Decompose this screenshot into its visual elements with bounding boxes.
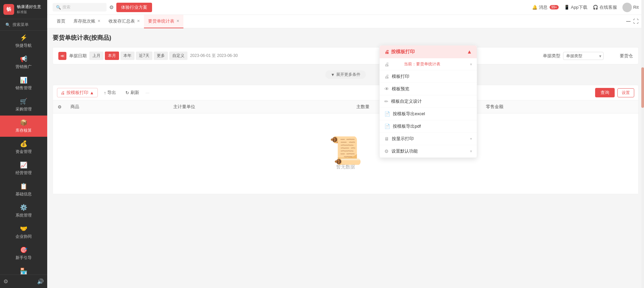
template-pdf-icon: 📄 <box>384 124 390 129</box>
sidebar-item-guide[interactable]: 🎯 新手引导 <box>0 243 47 264</box>
th-goods: 商品 <box>66 100 169 114</box>
topbar-gear-icon[interactable]: ⚙ <box>109 4 114 10</box>
display-print-arrow: ▾ <box>470 136 472 141</box>
sidebar-item-appstore[interactable]: 🏪 应用中心 <box>0 264 47 275</box>
dropdown-current-template[interactable]: 🖨 当前：要货单统计表 ▾ <box>380 58 477 70</box>
online-service-item[interactable]: 🎧 在线客服 <box>593 4 617 10</box>
empty-illustration: 📜 <box>329 137 362 164</box>
tab-bar: 首页 库存批次账 ✕ 收发存汇总表 ✕ 要货单统计表 ✕ ─ ⛶ <box>47 15 644 28</box>
dropdown-set-default[interactable]: ⚙ 设置默认功能 ▾ <box>380 145 477 158</box>
refresh-btn[interactable]: ↻ 刷新 <box>122 88 143 97</box>
filter-more-btn[interactable]: 更多 <box>154 52 168 60</box>
sidebar-item-system[interactable]: ⚙️ 系统管理 <box>0 200 47 222</box>
template-print-label: 模板打印 <box>392 73 472 79</box>
sidebar: 畅 畅康通好生意 标准版 🔍 搜索菜单 ⚡ 快捷导航 📢 营销推广 📊 销售管理… <box>0 0 47 288</box>
tab-home-label: 首页 <box>57 18 65 24</box>
tab-order-stats-close[interactable]: ✕ <box>176 19 179 23</box>
window-minimize-btn[interactable]: ─ <box>626 18 631 25</box>
cooperation-icon: 🤝 <box>20 225 27 232</box>
print-template-btn[interactable]: 🖨 按模板打印 ▲ <box>57 88 98 97</box>
dropdown-template-pdf[interactable]: 📄 按模板导出pdf <box>380 120 477 133</box>
tab-inventory-batch-close[interactable]: ✕ <box>97 19 100 23</box>
logo-text: 畅康通好生意 <box>17 4 41 10</box>
app-download-item[interactable]: 📱 App下载 <box>564 4 587 10</box>
topbar-right: 🔔 消息 99+ 📱 App下载 🎧 在线客服 Rit <box>532 3 639 12</box>
logo-sub: 标准版 <box>17 10 41 14</box>
dropdown-template-excel[interactable]: 📄 按模板导出excel <box>380 108 477 120</box>
filter-current-year-btn[interactable]: 本年 <box>120 52 135 60</box>
sidebar-item-label: 营销推广 <box>16 64 32 70</box>
settings-bottom-icon[interactable]: ⚙ <box>3 278 8 285</box>
th-settings[interactable]: ⚙ <box>53 100 66 114</box>
query-btn[interactable]: 查询 <box>595 88 615 97</box>
sidebar-item-quick-nav[interactable]: ⚡ 快捷导航 <box>0 31 47 52</box>
sidebar-item-label: 库存核算 <box>16 128 32 133</box>
sidebar-item-purchase[interactable]: 🛒 采购管理 <box>0 94 47 116</box>
sidebar-item-operations[interactable]: 📈 经营管理 <box>0 158 47 179</box>
marketing-icon: 📢 <box>20 55 27 63</box>
sidebar-item-marketing[interactable]: 📢 营销推广 <box>0 52 47 73</box>
template-custom-label: 模板自定义设计 <box>391 98 472 104</box>
table-container: 🖨 按模板打印 ▲ ↑ 导出 ↻ 刷新 ··· 查询 <box>53 85 639 194</box>
sidebar-search[interactable]: 🔍 搜索菜单 <box>0 19 47 31</box>
print-dropdown: 🖨 按模板打印 ▲ 🖨 当前：要货单统计表 ▾ 🖨 模板打印 👁 模板预览 <box>379 45 477 158</box>
notification-item[interactable]: 🔔 消息 99+ <box>532 4 559 10</box>
filter-date-range: 2023-06-01 至 2023-06-30 <box>190 53 238 59</box>
sidebar-item-cooperation[interactable]: 🤝 企业协同 <box>0 222 47 243</box>
toolbar-left: 🖨 按模板打印 ▲ ↑ 导出 ↻ 刷新 ··· <box>57 88 149 97</box>
tab-home[interactable]: 首页 <box>53 15 69 28</box>
filter-order-type-label: 单据类型 <box>543 53 560 59</box>
tab-order-stats[interactable]: 要货单统计表 ✕ <box>144 15 183 28</box>
settings-btn[interactable]: 设置 <box>617 88 634 97</box>
scrollbar-thumb[interactable] <box>641 67 644 108</box>
topbar-search-box[interactable]: 🔍 搜索 <box>53 3 107 11</box>
more-actions-icon[interactable]: ··· <box>145 90 149 95</box>
filter-date-label: 单据日期 <box>69 53 87 59</box>
sidebar-item-finance[interactable]: 💰 资金管理 <box>0 137 47 158</box>
tab-inventory-batch-label: 库存批次账 <box>74 18 95 24</box>
tab-inventory-batch[interactable]: 库存批次账 ✕ <box>69 15 105 28</box>
expand-more-btn[interactable]: ▼ 展开更多条件 <box>325 70 366 79</box>
filter-prev-month-btn[interactable]: 上月 <box>89 52 104 60</box>
refresh-btn-label: 刷新 <box>130 90 139 96</box>
window-expand-btn[interactable]: ⛶ <box>633 19 639 25</box>
filter-expand-btn[interactable]: ≪ <box>58 52 66 60</box>
empty-text: 暂无数据 <box>336 164 355 170</box>
expand-more-label: 展开更多条件 <box>336 72 360 77</box>
dropdown-template-custom[interactable]: ✏ 模板自定义设计 <box>380 95 477 108</box>
export-icon: ↑ <box>104 90 106 95</box>
guide-icon: 🎯 <box>20 246 27 254</box>
filter-order-type-select[interactable]: 单据类型 <box>563 52 604 60</box>
sidebar-item-sales[interactable]: 📊 销售管理 <box>0 73 47 94</box>
template-excel-label: 按模板导出excel <box>393 111 472 117</box>
set-default-icon: ⚙ <box>384 149 389 154</box>
filter-bar: ≪ 单据日期 上月 本月 本年 近7天 更多 自定义 2023-06-01 至 … <box>53 47 639 64</box>
sidebar-item-inventory[interactable]: 📦 库存核算 <box>0 116 47 137</box>
logo-abbr: 畅 <box>6 6 11 12</box>
sidebar-bottom: ⚙ 🔊 <box>0 275 47 288</box>
user-name: Rit <box>633 5 639 10</box>
operations-icon: 📈 <box>20 161 27 169</box>
sidebar-item-basic[interactable]: 📋 基础信息 <box>0 179 47 200</box>
sidebar-item-label: 资金管理 <box>16 149 32 155</box>
mobile-icon: 📱 <box>564 5 569 10</box>
tab-collection-summary[interactable]: 收发存汇总表 ✕ <box>105 15 144 28</box>
dropdown-display-print[interactable]: 🖥 按显示打印 ▾ <box>380 133 477 145</box>
filter-current-month-btn[interactable]: 本月 <box>105 52 119 60</box>
template-custom-icon: ✏ <box>384 99 388 104</box>
audio-bottom-icon[interactable]: 🔊 <box>37 278 44 285</box>
export-btn[interactable]: ↑ 导出 <box>100 88 120 97</box>
dropdown-template-print[interactable]: 🖨 模板打印 <box>380 70 477 83</box>
search-placeholder: 搜索 <box>62 4 70 10</box>
filter-last7days-btn[interactable]: 近7天 <box>136 52 152 60</box>
user-avatar <box>622 3 632 12</box>
main-area: 🔍 搜索 ⚙ 体验行业方案 🔔 消息 99+ 📱 App下载 🎧 在线客服 <box>47 0 644 288</box>
dropdown-close-btn[interactable]: ▲ <box>467 49 472 55</box>
trial-btn[interactable]: 体验行业方案 <box>116 3 152 12</box>
tab-collection-summary-label: 收发存汇总表 <box>109 18 135 24</box>
dropdown-template-preview[interactable]: 👁 模板预览 <box>380 83 477 95</box>
expand-more-row: ▼ 展开更多条件 <box>53 68 639 81</box>
filter-custom-btn[interactable]: 自定义 <box>169 52 187 60</box>
user-item[interactable]: Rit <box>622 3 639 12</box>
tab-collection-summary-close[interactable]: ✕ <box>137 19 140 23</box>
